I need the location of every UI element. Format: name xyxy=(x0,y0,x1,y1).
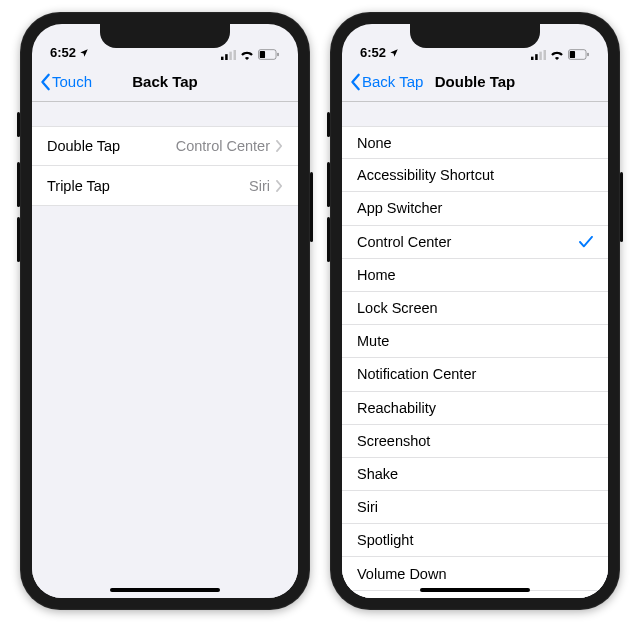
location-icon xyxy=(389,48,399,58)
option-item[interactable]: Shake xyxy=(342,458,608,491)
nav-bar: Back Tap Double Tap xyxy=(342,62,608,102)
svg-rect-13 xyxy=(587,53,588,57)
option-item[interactable]: Mute xyxy=(342,325,608,358)
checkmark-icon xyxy=(579,236,593,248)
option-label: Screenshot xyxy=(357,433,430,449)
option-item[interactable]: Screenshot xyxy=(342,425,608,458)
svg-rect-10 xyxy=(544,50,547,60)
content-area[interactable]: Double TapControl CenterTriple TapSiri xyxy=(32,102,298,598)
option-item[interactable]: Spotlight xyxy=(342,524,608,557)
chevron-right-icon xyxy=(276,180,283,192)
option-label: None xyxy=(357,135,392,151)
option-label: Shake xyxy=(357,466,398,482)
chevron-right-icon xyxy=(276,140,283,152)
mute-switch xyxy=(17,112,20,137)
wifi-icon xyxy=(240,50,254,60)
option-item[interactable]: None xyxy=(342,126,608,159)
notch xyxy=(100,24,230,48)
list-item-value: Siri xyxy=(249,178,270,194)
page-title: Double Tap xyxy=(435,73,516,90)
option-item[interactable]: Accessibility Shortcut xyxy=(342,159,608,192)
option-item[interactable]: Home xyxy=(342,259,608,292)
page-title: Back Tap xyxy=(132,73,198,90)
power-button xyxy=(620,172,623,242)
option-label: Volume Down xyxy=(357,566,446,582)
content-area[interactable]: NoneAccessibility ShortcutApp SwitcherCo… xyxy=(342,102,608,598)
status-time: 6:52 xyxy=(50,45,76,60)
svg-rect-9 xyxy=(539,51,542,59)
option-item[interactable]: Reachability xyxy=(342,392,608,425)
volume-down-button xyxy=(327,217,330,262)
option-label: Accessibility Shortcut xyxy=(357,167,494,183)
option-item[interactable]: Volume Down xyxy=(342,557,608,590)
option-item[interactable]: Notification Center xyxy=(342,358,608,391)
back-label: Back Tap xyxy=(362,73,423,90)
svg-rect-6 xyxy=(277,53,278,57)
chevron-left-icon xyxy=(40,73,52,91)
option-label: Mute xyxy=(357,333,389,349)
battery-icon xyxy=(568,49,590,60)
option-item[interactable]: Control Center xyxy=(342,226,608,259)
list-item[interactable]: Triple TapSiri xyxy=(32,166,298,206)
status-time: 6:52 xyxy=(360,45,386,60)
volume-up-button xyxy=(327,162,330,207)
list-item-label: Double Tap xyxy=(47,138,120,154)
list-item[interactable]: Double TapControl Center xyxy=(32,126,298,166)
option-label: Lock Screen xyxy=(357,300,438,316)
back-label: Touch xyxy=(52,73,92,90)
location-icon xyxy=(79,48,89,58)
option-item[interactable]: Lock Screen xyxy=(342,292,608,325)
option-label: Reachability xyxy=(357,400,436,416)
power-button xyxy=(310,172,313,242)
notch xyxy=(410,24,540,48)
svg-rect-7 xyxy=(531,56,534,59)
mute-switch xyxy=(327,112,330,137)
nav-bar: Touch Back Tap xyxy=(32,62,298,102)
svg-rect-2 xyxy=(229,51,232,59)
wifi-icon xyxy=(550,50,564,60)
home-indicator[interactable] xyxy=(110,588,220,592)
list-item-label: Triple Tap xyxy=(47,178,110,194)
svg-rect-8 xyxy=(535,54,538,60)
svg-rect-12 xyxy=(570,51,575,58)
option-label: Siri xyxy=(357,499,378,515)
list-item-value: Control Center xyxy=(176,138,270,154)
option-item[interactable]: App Switcher xyxy=(342,192,608,225)
svg-rect-0 xyxy=(221,56,224,59)
home-indicator[interactable] xyxy=(420,588,530,592)
volume-up-button xyxy=(17,162,20,207)
iphone-left: 6:52 Touch Back Tap Double TapControl Ce… xyxy=(20,12,310,610)
svg-rect-5 xyxy=(260,51,265,58)
back-button[interactable]: Back Tap xyxy=(350,73,423,91)
option-item[interactable]: Siri xyxy=(342,491,608,524)
back-button[interactable]: Touch xyxy=(40,73,92,91)
chevron-left-icon xyxy=(350,73,362,91)
option-label: App Switcher xyxy=(357,200,442,216)
svg-rect-1 xyxy=(225,54,228,60)
option-label: Control Center xyxy=(357,234,451,250)
iphone-right: 6:52 Back Tap Double Tap NoneAccessibili… xyxy=(330,12,620,610)
cellular-icon xyxy=(221,50,236,60)
volume-down-button xyxy=(17,217,20,262)
svg-rect-3 xyxy=(234,50,237,60)
battery-icon xyxy=(258,49,280,60)
option-label: Notification Center xyxy=(357,366,476,382)
option-label: Spotlight xyxy=(357,532,413,548)
cellular-icon xyxy=(531,50,546,60)
option-label: Home xyxy=(357,267,396,283)
